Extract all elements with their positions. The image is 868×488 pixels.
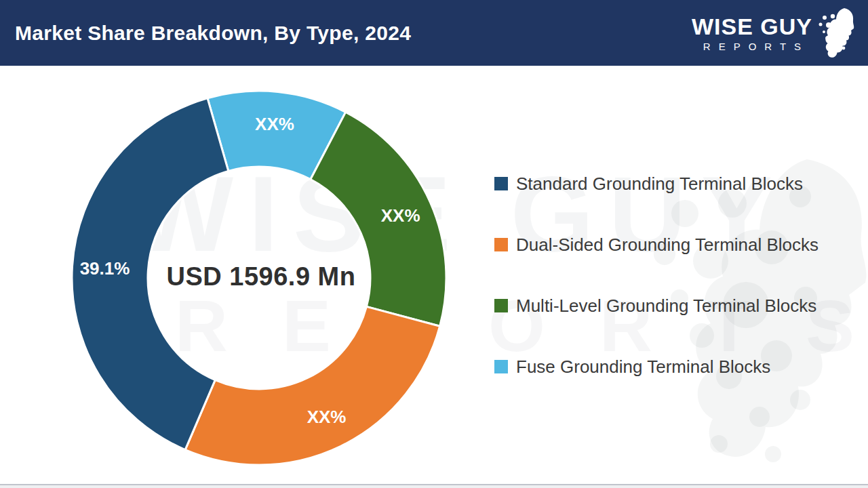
legend-swatch (494, 238, 508, 251)
donut-segment-1 (185, 306, 440, 465)
legend: Standard Grounding Terminal BlocksDual-S… (494, 168, 818, 382)
legend-item-3: Fuse Grounding Terminal Blocks (494, 351, 818, 382)
report-page: Market Share Breakdown, By Type, 2024 WI… (0, 0, 868, 488)
brand-name: WISE GUY (692, 15, 812, 38)
page-title: Market Share Breakdown, By Type, 2024 (15, 22, 411, 45)
brand-logo: WISE GUY REPORTS (692, 7, 854, 60)
legend-label: Standard Grounding Terminal Blocks (516, 174, 803, 195)
segment-value-label-1: XX% (307, 407, 347, 427)
legend-swatch (494, 299, 508, 312)
segment-value-label-3: XX% (255, 114, 294, 134)
brand-face-icon (816, 7, 854, 60)
legend-item-2: Multi-Level Grounding Terminal Blocks (494, 290, 818, 321)
legend-swatch (494, 177, 508, 190)
legend-label: Fuse Grounding Terminal Blocks (516, 357, 770, 378)
legend-label: Multi-Level Grounding Terminal Blocks (516, 296, 816, 317)
header: Market Share Breakdown, By Type, 2024 WI… (0, 0, 868, 66)
segment-value-label-2: XX% (381, 205, 420, 226)
brand-logo-text: WISE GUY REPORTS (692, 15, 812, 52)
legend-swatch (494, 360, 508, 373)
donut-segment-2 (311, 112, 446, 326)
segment-value-label-0: 39.1% (80, 258, 130, 279)
footer-strip (0, 485, 868, 488)
brand-subtitle: REPORTS (703, 41, 809, 52)
chart-center-value: USD 1596.9 Mn (167, 262, 356, 291)
legend-item-0: Standard Grounding Terminal Blocks (494, 168, 818, 199)
legend-label: Dual-Sided Grounding Terminal Blocks (516, 235, 818, 256)
legend-item-1: Dual-Sided Grounding Terminal Blocks (494, 229, 818, 260)
